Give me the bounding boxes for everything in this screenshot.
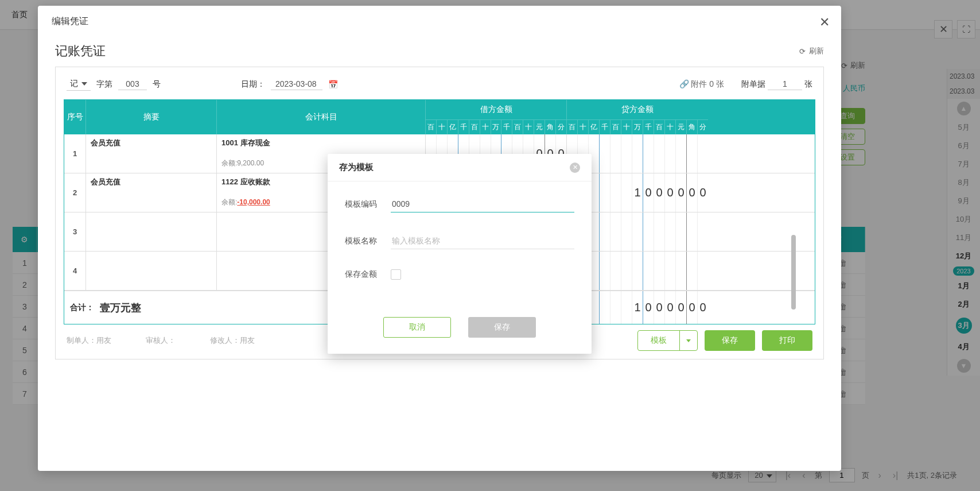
template-name-input[interactable] — [391, 233, 574, 249]
save-amount-checkbox[interactable] — [391, 269, 401, 280]
save-template-modal: 存为模板 ✕ 模板编码 模板名称 保存金额 取消 保存 — [328, 154, 592, 354]
save-button[interactable]: 保存 — [468, 317, 536, 338]
template-code-input[interactable] — [391, 196, 574, 212]
template-name-label: 模板名称 — [345, 236, 391, 246]
save-amount-label: 保存金额 — [345, 269, 391, 280]
close-icon[interactable]: ✕ — [570, 163, 580, 173]
save-template-title: 存为模板 — [339, 162, 374, 173]
cancel-button[interactable]: 取消 — [383, 317, 451, 338]
template-code-label: 模板编码 — [345, 199, 391, 210]
